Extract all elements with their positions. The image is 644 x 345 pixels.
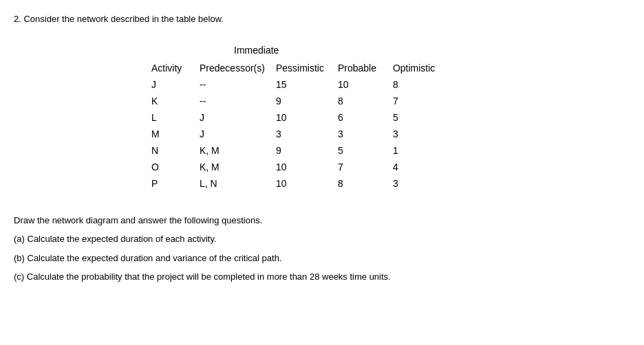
table-row: K--987 [151,93,448,109]
table-row: LJ1065 [151,109,448,126]
table-row: MJ333 [151,126,448,142]
activity-table: Activity Predecessor(s) Pessimistic Prob… [151,60,448,192]
cell-activity: J [151,76,200,93]
col-header-activity: Activity [151,60,200,76]
table-row: OK, M1074 [151,159,448,175]
cell-optimistic: 7 [393,93,448,109]
cell-pessimistic: 9 [276,93,338,109]
cell-probable: 8 [338,93,393,109]
cell-predecessor: -- [200,93,276,109]
questions-section: Draw the network diagram and answer the … [14,212,630,285]
cell-pessimistic: 15 [276,76,338,93]
cell-probable: 6 [338,109,393,126]
table-row: J--15108 [151,76,448,93]
cell-predecessor: K, M [200,159,276,175]
cell-activity: K [151,93,200,109]
cell-activity: P [151,175,200,192]
cell-activity: O [151,159,200,175]
cell-probable: 5 [338,142,393,159]
question-4: (c) Calculate the probability that the p… [14,269,630,285]
cell-pessimistic: 3 [276,126,338,142]
cell-activity: L [151,109,200,126]
cell-pessimistic: 10 [276,175,338,192]
cell-optimistic: 3 [393,126,448,142]
cell-probable: 7 [338,159,393,175]
header-immediate: Immediate [151,45,630,56]
cell-probable: 10 [338,76,393,93]
cell-optimistic: 3 [393,175,448,192]
question-1: Draw the network diagram and answer the … [14,212,630,228]
cell-pessimistic: 10 [276,109,338,126]
cell-pessimistic: 10 [276,159,338,175]
cell-predecessor: -- [200,76,276,93]
cell-predecessor: J [200,109,276,126]
cell-probable: 3 [338,126,393,142]
question-3: (b) Calculate the expected duration and … [14,250,630,266]
table-header-row: Activity Predecessor(s) Pessimistic Prob… [151,60,448,76]
col-header-optimistic: Optimistic [393,60,448,76]
cell-optimistic: 1 [393,142,448,159]
cell-predecessor: K, M [200,142,276,159]
table-container: Immediate Activity Predecessor(s) Pessim… [151,45,630,192]
cell-predecessor: L, N [200,175,276,192]
col-header-probable: Probable [338,60,393,76]
question-2: (a) Calculate the expected duration of e… [14,231,630,247]
problem-title: 2. Consider the network described in the… [14,14,630,24]
cell-activity: N [151,142,200,159]
col-header-predecessor: Predecessor(s) [200,60,276,76]
col-header-pessimistic: Pessimistic [276,60,338,76]
cell-optimistic: 4 [393,159,448,175]
cell-predecessor: J [200,126,276,142]
table-row: NK, M951 [151,142,448,159]
cell-activity: M [151,126,200,142]
cell-optimistic: 5 [393,109,448,126]
cell-optimistic: 8 [393,76,448,93]
cell-pessimistic: 9 [276,142,338,159]
cell-probable: 8 [338,175,393,192]
table-row: PL, N1083 [151,175,448,192]
